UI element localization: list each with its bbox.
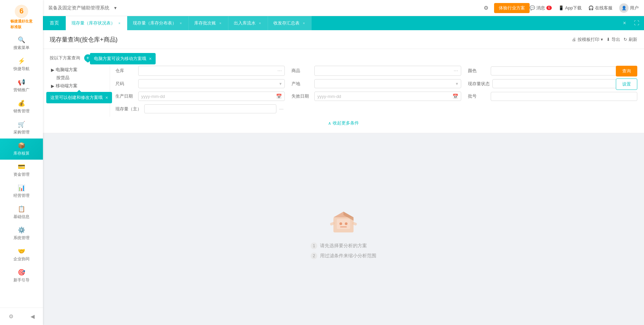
online-support-label: 在线客服: [595, 5, 612, 11]
scheme-desktop-arrow: ▶: [51, 67, 54, 72]
sidebar-item-finance[interactable]: 💳 资金管理: [0, 160, 43, 181]
svg-point-6: [339, 222, 342, 225]
expire-date-input[interactable]: yyyy-mm-dd 📅: [314, 92, 461, 101]
sidebar-item-basic[interactable]: 📋 基础信息: [0, 202, 43, 223]
origin-dropdown-icon: ▾: [456, 81, 458, 86]
tab-bar-actions: × ⛶: [620, 18, 644, 28]
system-name: 装备及固定资产辅助管理系统 ▼: [48, 5, 481, 11]
tab-stock-status-close[interactable]: ×: [117, 21, 122, 25]
tab-stock-status[interactable]: 现存量（库存状况表） ×: [66, 16, 127, 30]
settings-button[interactable]: ⚙: [7, 311, 15, 322]
mobile-icon: 📱: [558, 5, 564, 10]
scheme-mobile[interactable]: ▶ 移动端方案: [50, 82, 106, 90]
print-template-btn[interactable]: 🖨 按模板打印 ▾: [572, 37, 603, 43]
expire-date-field: 失效日期 yyyy-mm-dd 📅: [291, 92, 461, 101]
goods-label: 商品: [291, 68, 312, 74]
online-support-btn[interactable]: 🎧 在线客服: [588, 5, 612, 11]
tab-stock-status-label: 现存量（库存状况表）: [71, 20, 115, 26]
tab-stock-dist[interactable]: 现存量（库存分布表） ×: [127, 16, 189, 30]
empty-step-2: 2 用过滤条件来缩小分析范围: [311, 253, 376, 259]
user-avatar-btn[interactable]: 👤 用户: [619, 3, 639, 13]
app-download-btn[interactable]: 📱 App下载: [558, 5, 582, 11]
sidebar-item-stock[interactable]: 📦 库存核算: [0, 139, 43, 160]
expire-date-calendar-icon: 📅: [452, 94, 458, 99]
refresh-label: 刷新: [629, 37, 637, 43]
sidebar-logo: 6 畅捷通好生意 标准版: [0, 0, 43, 33]
tooltip-scheme-close[interactable]: ×: [149, 56, 152, 61]
tab-stock-batch[interactable]: 库存批次账 ×: [189, 16, 228, 30]
filter-label: 按以下方案查询: [50, 55, 80, 61]
sidebar-item-guide[interactable]: 🎯 新手引导: [0, 265, 43, 286]
collapse-label: 收起更多条件: [333, 120, 359, 126]
tab-maximize-btn[interactable]: ⛶: [632, 18, 641, 28]
sidebar: 6 畅捷通好生意 标准版 🔍 搜索菜单 ⚡ 快捷导航 📢 营销推广 💰 销售管理…: [0, 0, 43, 325]
search-icon: 🔍: [18, 36, 25, 44]
tab-inout-flow-close[interactable]: ×: [258, 21, 262, 25]
refresh-btn[interactable]: ↻ 刷新: [624, 37, 637, 43]
stock-status-field: 现存量状态 ▾: [468, 79, 637, 88]
stock-main-min-input[interactable]: [144, 104, 276, 113]
sidebar-item-quicknav[interactable]: ⚡ 快捷导航: [0, 54, 43, 75]
origin-label: 产地: [291, 81, 312, 87]
export-icon: ⬇: [606, 37, 610, 42]
search-button[interactable]: 查询: [616, 66, 637, 76]
tab-stock-batch-close[interactable]: ×: [218, 21, 223, 25]
scheme-desktop-child[interactable]: 按货品: [50, 74, 106, 82]
export-btn[interactable]: ⬇ 导出: [606, 37, 620, 43]
origin-select[interactable]: ▾: [314, 79, 461, 88]
reset-button[interactable]: 设置: [616, 78, 637, 90]
empty-step-1: 1 请先选择要分析的方案: [311, 242, 376, 249]
sidebar-item-system[interactable]: ⚙️ 系统管理: [0, 223, 43, 244]
empty-step-2-text: 用过滤条件来缩小分析范围: [320, 253, 376, 259]
tab-close-all-btn[interactable]: ×: [620, 18, 629, 28]
expire-date-label: 失效日期: [291, 93, 312, 99]
tooltip-edit-close[interactable]: ×: [105, 95, 108, 100]
produce-date-placeholder: yyyy-mm-dd: [141, 94, 165, 99]
sidebar-item-purchase[interactable]: 🛒 采购管理: [0, 117, 43, 139]
basic-icon: 📋: [18, 205, 25, 213]
message-btn[interactable]: 💬 消息 6: [530, 5, 552, 11]
warehouse-select[interactable]: ···: [138, 66, 285, 76]
tab-collect-summary-close[interactable]: ×: [302, 21, 306, 25]
tooltip-scheme-text: 电脑方案可设为移动方案哦: [94, 56, 146, 62]
lightning-icon: ⚡: [18, 57, 25, 65]
collapse-up-icon: ∧: [328, 121, 331, 126]
sidebar-item-enterprise[interactable]: 🤝 企业协同: [0, 244, 43, 265]
tab-stock-dist-label: 现存量（库存分布表）: [133, 20, 176, 26]
sidebar-nav: 🔍 搜索菜单 ⚡ 快捷导航 📢 营销推广 💰 销售管理 🛒 采购管理 📦 库存核…: [0, 33, 43, 308]
stock-main-dash: —: [278, 106, 285, 111]
batch-input[interactable]: [491, 92, 637, 101]
main-area: 装备及固定资产辅助管理系统 ▼ ⚙ 体验行业方案 💬 消息 6 📱 App下载 …: [43, 0, 644, 325]
tab-inout-flow[interactable]: 出入库流水 ×: [228, 16, 268, 30]
goods-select[interactable]: ···: [314, 66, 461, 76]
sidebar-item-search[interactable]: 🔍 搜索菜单: [0, 33, 43, 54]
color-select[interactable]: ▾: [491, 66, 637, 75]
scheme-desktop[interactable]: ▶ 电脑端方案: [50, 66, 106, 74]
top-header: 装备及固定资产辅助管理系统 ▼ ⚙ 体验行业方案 💬 消息 6 📱 App下载 …: [43, 0, 644, 16]
collapse-more-btn[interactable]: ∧ 收起更多条件: [50, 117, 637, 127]
filter-row-2: 尺码 ▾ 产地 ▾: [115, 79, 637, 88]
search-buttons: 查询 设置: [616, 66, 637, 90]
collapse-sidebar-button[interactable]: ◀: [29, 311, 37, 322]
stock-main-label: 现存量（主）: [115, 106, 142, 112]
tab-bar: 首页 现存量（库存状况表） × 现存量（库存分布表） × 库存批次账 × 出入库…: [43, 16, 644, 30]
svg-rect-8: [340, 226, 347, 227]
sidebar-item-marketing[interactable]: 📢 营销推广: [0, 75, 43, 96]
empty-step-2-num: 2: [311, 253, 317, 259]
tab-home[interactable]: 首页: [43, 16, 66, 30]
sidebar-item-operation[interactable]: 📊 经营管理: [0, 181, 43, 202]
sidebar-item-sales[interactable]: 💰 销售管理: [0, 96, 43, 117]
produce-date-input[interactable]: yyyy-mm-dd 📅: [138, 92, 285, 101]
stock-icon: 📦: [18, 142, 25, 149]
tab-inout-flow-label: 出入库流水: [234, 20, 256, 26]
produce-date-label: 生产日期: [115, 93, 136, 99]
header-right-area: 💬 消息 6 📱 App下载 🎧 在线客服 👤 用户: [530, 3, 639, 13]
system-dropdown-btn[interactable]: ▼: [111, 5, 119, 11]
export-label: 导出: [611, 37, 620, 43]
size-select[interactable]: ▾: [138, 79, 285, 88]
tab-collect-summary[interactable]: 收发存汇总表 ×: [268, 16, 312, 30]
settings-gear-btn[interactable]: ⚙: [481, 3, 491, 13]
tab-stock-dist-close[interactable]: ×: [178, 21, 183, 25]
page-content: 现存量查询(按仓库+商品) 🖨 按模板打印 ▾ ⬇ 导出 ↻ 刷新: [43, 30, 644, 325]
industry-solution-button[interactable]: 体验行业方案: [494, 3, 530, 13]
